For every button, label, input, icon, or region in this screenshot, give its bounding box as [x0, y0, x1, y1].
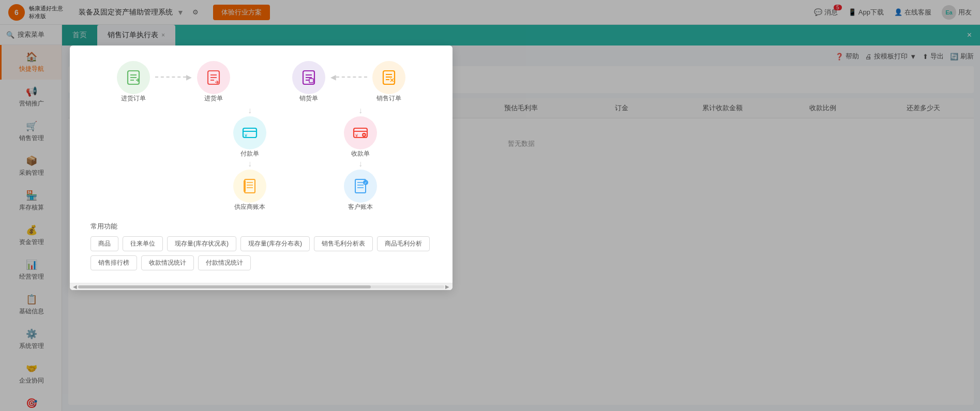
- common-btn-payment-stats[interactable]: 付款情况统计: [198, 255, 251, 270]
- node-sales-order: 销售订单: [372, 61, 405, 103]
- common-btn-sales-rank[interactable]: 销售排行榜: [91, 255, 137, 270]
- common-btns-row2: 销售排行榜 收款情况统计 付款情况统计: [91, 255, 432, 270]
- arrow-down-payment: ↓: [248, 159, 252, 169]
- common-btn-partner[interactable]: 往来单位: [123, 236, 163, 251]
- arrow-down-receipt: ↓: [358, 159, 363, 169]
- flow-modal: 进货订单 ▶ 进货单: [70, 45, 453, 290]
- svg-rect-22: [245, 179, 255, 193]
- arrow-down-sales: ↓: [358, 106, 363, 115]
- node-supplier-ledger: 供应商账本: [233, 170, 266, 211]
- common-btn-product-profit[interactable]: 商品毛利分析: [377, 236, 430, 251]
- node-purchase-bill: 进货单: [197, 61, 230, 103]
- svg-rect-13: [383, 71, 395, 84]
- arrow-down-purchase: ↓: [248, 106, 252, 115]
- svg-rect-26: [244, 180, 246, 192]
- common-btn-receipt-stats[interactable]: 收款情况统计: [141, 255, 194, 270]
- svg-text:¥: ¥: [355, 133, 358, 138]
- node-payment: ¥ 付款单: [233, 116, 266, 158]
- modal-scrollbar[interactable]: ◀ ▶: [70, 283, 453, 290]
- common-btn-product[interactable]: 商品: [91, 236, 118, 251]
- svg-text:¥: ¥: [244, 133, 248, 138]
- common-btn-stock-status[interactable]: 现存量(库存状况表): [167, 236, 236, 251]
- common-btn-sales-profit[interactable]: 销售毛利分析表: [314, 236, 373, 251]
- flow-section: 进货订单 ▶ 进货单: [70, 45, 453, 222]
- svg-text:✓: ✓: [364, 181, 367, 185]
- modal-overlay[interactable]: 进货订单 ▶ 进货单: [0, 0, 980, 411]
- scrollbar-left-arrow[interactable]: ◀: [72, 284, 78, 290]
- node-sales-bill: 销货单: [292, 61, 325, 103]
- scrollbar-right-arrow[interactable]: ▶: [444, 284, 450, 290]
- common-btns-row1: 商品 往来单位 现存量(库存状况表) 现存量(库存分布表) 销售毛利分析表 商品…: [91, 236, 432, 251]
- scrollbar-thumb: [78, 285, 371, 288]
- scrollbar-track[interactable]: [78, 285, 444, 288]
- common-title: 常用功能: [91, 222, 432, 231]
- svg-rect-12: [309, 79, 313, 83]
- common-btn-stock-dist[interactable]: 现存量(库存分布表): [240, 236, 310, 251]
- node-customer-ledger: ✓ 客户账本: [344, 170, 377, 211]
- node-receipt: ¥ 收款单: [344, 116, 377, 158]
- node-purchase-order: 进货订单: [117, 61, 150, 103]
- common-section: 常用功能 商品 往来单位 现存量(库存状况表) 现存量(库存分布表) 销售毛利分…: [70, 222, 453, 283]
